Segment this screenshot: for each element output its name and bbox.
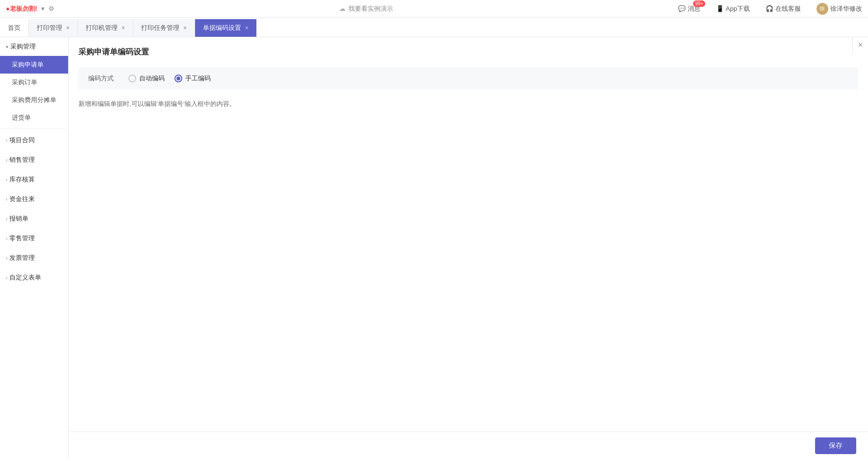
sidebar-group-purchase-title[interactable]: ▾ 采购管理	[0, 37, 68, 56]
sidebar-group-return-sales-label: 报销单	[9, 214, 28, 223]
sidebar-item-purchase-request[interactable]: 采购申请单	[0, 56, 68, 74]
message-badge: 99+	[693, 0, 705, 7]
sidebar-group-sales: › 销售管理	[0, 151, 68, 169]
sidebar-group-project-contract-label: 项目合同	[9, 136, 35, 145]
sidebar-group-custom-form-title[interactable]: › 自定义表单	[0, 268, 68, 287]
sidebar-item-purchase-expense[interactable]: 采购费用分摊单	[0, 91, 68, 109]
chevron-right-icon-return: ›	[6, 216, 7, 222]
sidebar-group-inventory-label: 库存核算	[9, 175, 35, 184]
avatar: 徐	[817, 3, 828, 15]
layout: ▾ 采购管理 采购申请单 采购订单 采购费用分摊单 进货单 › 项目合同	[0, 37, 868, 459]
sidebar-group-invoice: › 发票管理	[0, 249, 68, 267]
radio-auto-code[interactable]: 自动编码	[128, 74, 165, 83]
sidebar-group-inventory: › 库存核算	[0, 170, 68, 189]
cloud-icon: ☁	[339, 5, 346, 12]
info-text: 新增和编辑单据时,可以编辑'单据编号'输入框中的内容。	[78, 100, 858, 108]
avatar-initials: 徐	[819, 5, 825, 12]
chevron-right-icon-fund: ›	[6, 197, 7, 202]
sidebar-group-return-sales: › 报销单	[0, 209, 68, 228]
close-all-tabs-button[interactable]: ×	[852, 37, 868, 53]
chevron-right-icon-inventory: ›	[6, 177, 7, 182]
page-title: 采购申请单编码设置	[78, 47, 858, 57]
sidebar-group-project-contract: › 项目合同	[0, 131, 68, 150]
sidebar-item-purchase-request-label: 采购申请单	[12, 61, 44, 68]
chevron-right-icon-retail: ›	[6, 236, 7, 241]
chevron-right-icon-invoice: ›	[6, 255, 7, 261]
top-bar-center: ☁ 我要看实例演示	[339, 4, 393, 13]
demo-text[interactable]: 我要看实例演示	[348, 4, 393, 13]
radio-manual-code[interactable]: 手工编码	[174, 74, 211, 83]
sidebar-group-purchase: ▾ 采购管理 采购申请单 采购订单 采购费用分摊单 进货单	[0, 37, 68, 127]
tab-print-mgmt-close[interactable]: ×	[66, 25, 70, 31]
content-footer: 保存	[69, 432, 868, 459]
top-bar-left: ●老板勿割! ▾ ⚙	[6, 4, 54, 13]
app-download-button[interactable]: 📱 App下载	[716, 4, 750, 13]
app-download-label: App下载	[726, 4, 750, 13]
sidebar-group-fund-flow: › 资金往来	[0, 190, 68, 208]
sidebar-group-custom-form: › 自定义表单	[0, 268, 68, 287]
sidebar-group-fund-flow-label: 资金往来	[9, 195, 35, 204]
tab-print-task-mgmt[interactable]: 打印任务管理 ×	[133, 19, 195, 37]
tab-print-mgmt[interactable]: 打印管理 ×	[29, 19, 78, 37]
radio-auto-code-circle	[128, 75, 136, 82]
encoding-method-label: 编码方式	[88, 74, 114, 83]
logo-text: ●老板勿割!	[6, 4, 37, 13]
tab-single-code-label: 单据编码设置	[203, 24, 241, 32]
tab-bar: 首页 打印管理 × 打印机管理 × 打印任务管理 × 单据编码设置 × ×	[0, 18, 868, 37]
sidebar-group-sales-title[interactable]: › 销售管理	[0, 151, 68, 169]
tab-print-mgmt-label: 打印管理	[37, 24, 62, 32]
sidebar-group-custom-form-label: 自定义表单	[9, 273, 41, 282]
message-icon: 💬	[678, 5, 686, 12]
encoding-radio-group: 自动编码 手工编码	[128, 74, 211, 83]
settings-icon[interactable]: ⚙	[49, 5, 54, 12]
radio-manual-code-circle	[174, 75, 182, 82]
sidebar-group-fund-flow-title[interactable]: › 资金往来	[0, 190, 68, 208]
sidebar-item-stock-in[interactable]: 进货单	[0, 109, 68, 127]
tab-printer-mgmt-label: 打印机管理	[86, 24, 118, 32]
radio-auto-code-label: 自动编码	[139, 74, 165, 83]
sidebar-group-sales-label: 销售管理	[9, 155, 35, 164]
sidebar-group-invoice-label: 发票管理	[9, 254, 35, 262]
chevron-down-icon: ▾	[6, 44, 8, 50]
chevron-right-icon-project: ›	[6, 138, 7, 143]
sidebar-group-retail: › 零售管理	[0, 229, 68, 248]
tab-printer-mgmt-close[interactable]: ×	[122, 25, 125, 31]
headset-icon: 🎧	[766, 5, 773, 12]
tab-home[interactable]: 首页	[0, 19, 29, 37]
tab-printer-mgmt[interactable]: 打印机管理 ×	[78, 19, 133, 37]
online-service-button[interactable]: 🎧 在线客服	[766, 4, 801, 13]
main-content: 采购申请单编码设置 编码方式 自动编码 手工编码 新增和编	[69, 37, 868, 459]
user-name: 徐泽华修改	[830, 4, 862, 13]
sidebar-group-inventory-title[interactable]: › 库存核算	[0, 170, 68, 189]
tab-print-task-mgmt-close[interactable]: ×	[183, 25, 187, 31]
encoding-section: 编码方式 自动编码 手工编码	[78, 67, 858, 90]
dropdown-icon[interactable]: ▾	[41, 5, 45, 12]
content-body: 采购申请单编码设置 编码方式 自动编码 手工编码 新增和编	[69, 37, 868, 432]
tab-print-task-mgmt-label: 打印任务管理	[141, 24, 179, 32]
top-bar: ●老板勿割! ▾ ⚙ ☁ 我要看实例演示 💬 消息 99+ 📱 App下载 🎧 …	[0, 0, 868, 18]
sidebar-group-retail-title[interactable]: › 零售管理	[0, 229, 68, 248]
sidebar-item-purchase-expense-label: 采购费用分摊单	[12, 96, 56, 103]
sidebar-item-purchase-order[interactable]: 采购订单	[0, 74, 68, 91]
sidebar-group-retail-label: 零售管理	[9, 234, 35, 243]
chevron-right-icon-custom: ›	[6, 275, 7, 280]
save-button[interactable]: 保存	[815, 437, 856, 454]
sidebar-group-purchase-label: 采购管理	[10, 42, 36, 51]
top-bar-right: 💬 消息 99+ 📱 App下载 🎧 在线客服 徐 徐泽华修改	[678, 3, 862, 15]
sidebar: ▾ 采购管理 采购申请单 采购订单 采购费用分摊单 进货单 › 项目合同	[0, 37, 69, 459]
tab-single-code-close[interactable]: ×	[245, 25, 248, 31]
user-avatar-area[interactable]: 徐 徐泽华修改	[817, 3, 862, 15]
message-button[interactable]: 💬 消息 99+	[678, 4, 700, 13]
sidebar-group-invoice-title[interactable]: › 发票管理	[0, 249, 68, 267]
radio-manual-code-label: 手工编码	[185, 74, 211, 83]
online-service-label: 在线客服	[775, 4, 801, 13]
tab-single-code-setting[interactable]: 单据编码设置 ×	[195, 19, 257, 37]
sidebar-group-project-contract-title[interactable]: › 项目合同	[0, 131, 68, 150]
sidebar-item-stock-in-label: 进货单	[12, 114, 31, 121]
sidebar-item-purchase-order-label: 采购订单	[12, 78, 37, 86]
chevron-right-icon-sales: ›	[6, 157, 7, 163]
app-icon: 📱	[716, 5, 724, 12]
sidebar-group-return-sales-title[interactable]: › 报销单	[0, 209, 68, 228]
tab-home-label: 首页	[8, 24, 21, 32]
